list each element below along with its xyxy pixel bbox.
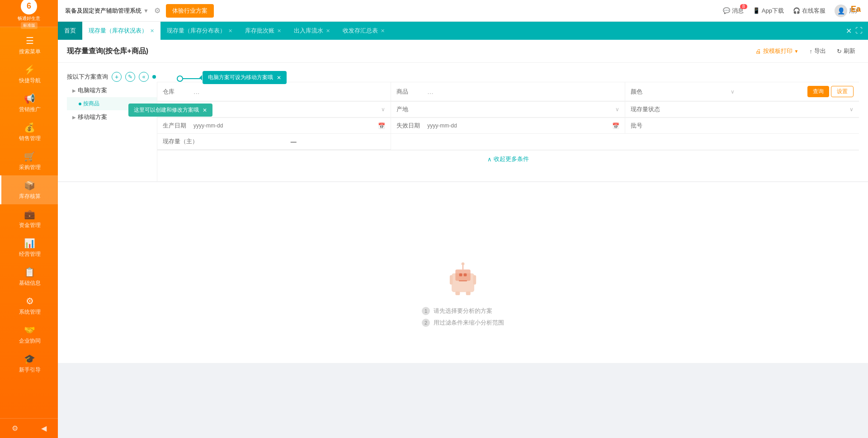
tab-stock-dist-close[interactable]: ✕ [228,28,232,34]
stock-main-range: — [202,138,385,145]
production-date-input[interactable] [193,122,374,129]
connector-dot [177,75,183,82]
add-scheme-btn[interactable]: + [112,72,122,82]
sidebar-item-label: 营销推广 [19,106,41,113]
page-header: 现存量查询(按仓库+商品) 🖨 按模板打印 ▼ ↑ 导出 ↻ 刷新 [58,40,868,63]
online-support-item[interactable]: 🎧 在线客服 [793,7,826,15]
reset-btn[interactable]: 设置 [831,86,854,97]
tab-in-out-flow-label: 出入库流水 [294,27,323,35]
goods-label: 商品 [396,88,424,96]
export-btn[interactable]: ↑ 导出 [806,45,830,57]
system-title: 装备及固定资产辅助管理系统 [65,7,142,15]
sidebar-item-marketing[interactable]: 📢 营销推广 [0,89,58,118]
scheme-dot [152,75,156,79]
stock-main-from-input[interactable] [202,138,289,145]
sidebar-item-label: 库存核算 [19,193,41,200]
phone-icon: 📱 [753,7,760,14]
warehouse-dots[interactable]: ... [193,88,199,96]
sidebar-settings-btn[interactable]: ⚙ [12,424,18,433]
sidebar-item-system[interactable]: ⚙ 系统管理 [0,291,58,320]
scheme-tooltip-text: 电脑方案可设为移动方案哦 [208,74,273,81]
tab-batch-ledger-close[interactable]: ✕ [277,28,281,34]
batch-input[interactable] [661,122,854,129]
svg-point-10 [462,263,465,266]
sidebar-item-sales[interactable]: 💰 销售管理 [0,118,58,146]
marketing-icon: 📢 [24,93,35,104]
notification-badge: 8 [740,4,747,9]
sidebar-item-base-info[interactable]: 📋 基础信息 [0,262,58,291]
collapse-label: 收起更多条件 [494,155,529,163]
industry-plan-btn[interactable]: 体验行业方案 [166,4,214,18]
filter-cell-stock-status: 现存量状态 ∨ [625,102,859,118]
tab-collect-summary-close[interactable]: ✕ [381,28,385,34]
settings-icon[interactable]: ⚙ [154,6,160,15]
color-dropdown-icon[interactable]: ∨ [731,89,735,95]
sidebar-item-operations[interactable]: 📊 经营管理 [0,233,58,262]
edit-tooltip-close[interactable]: ✕ [203,107,207,113]
ea-text: Ea [851,5,861,14]
tab-stock-dist[interactable]: 现存量（库存分布表） ✕ [160,22,239,40]
scheme-panel: ▶ 电脑端方案 按商品 ▶ 移动端方案 这里可以创建和修改方案哦 ✕ [67,82,157,181]
expiry-date-calendar-icon[interactable]: 📅 [612,122,619,129]
sidebar-collapse-btn[interactable]: ◀ [41,424,47,433]
sidebar-item-label: 经营管理 [19,250,41,258]
quick-nav-icon: ⚡ [24,64,35,75]
sidebar-item-label: 基础信息 [19,279,41,287]
origin-dropdown-icon[interactable]: ∨ [615,106,619,113]
scheme-tooltip: 电脑方案可设为移动方案哦 ✕ [203,71,287,84]
tab-in-out-flow[interactable]: 出入库流水 ✕ [288,22,336,40]
refresh-btn[interactable]: ↻ 刷新 [833,45,859,57]
guide-icon: 🎓 [24,353,35,364]
tabbar-actions: ✕ ⛶ [846,27,868,35]
tab-batch-ledger[interactable]: 库存批次账 ✕ [239,22,288,40]
sidebar-item-purchase[interactable]: 🛒 采购管理 [0,146,58,175]
edit-scheme-btn[interactable]: ✎ [125,72,135,82]
base-info-icon: 📋 [24,267,35,278]
tab-home[interactable]: 首页 [58,22,82,40]
batch-label: 批号 [631,122,658,130]
scheme-tooltip-close[interactable]: ✕ [277,75,281,81]
filter-cell-batch: 批号 [625,118,859,134]
sidebar-bottom: ⚙ ◀ [0,418,58,438]
search-btn[interactable]: 查询 [807,86,829,97]
size-dropdown-icon[interactable]: ∨ [381,106,385,113]
print-btn[interactable]: 🖨 按模板打印 ▼ [752,45,802,57]
tab-stock-status-close[interactable]: ✕ [150,28,154,34]
production-date-calendar-icon[interactable]: 📅 [378,122,385,129]
expand-arrow-mobile-icon: ▶ [72,115,76,120]
header: 装备及固定资产辅助管理系统 ▼ ⚙ 体验行业方案 💬 消息 8 📱 App下载 … [58,0,868,22]
filter-header-row: 按以下方案查询 + ✎ « 电脑方案可设为移动方案哦 ✕ [67,68,859,82]
tab-fullscreen-btn[interactable]: ⛶ [855,27,863,35]
inventory-icon: 📦 [24,180,35,191]
svg-rect-3 [464,273,467,277]
avatar: 👤 [835,5,847,17]
tab-close-all-btn[interactable]: ✕ [846,27,852,35]
system-title-dropdown[interactable]: 装备及固定资产辅助管理系统 ▼ [65,7,149,15]
sidebar-item-inventory[interactable]: 📦 库存核算 [0,175,58,204]
tab-stock-status[interactable]: 现存量（库存状况表） ✕ [82,22,160,40]
dropdown-arrow-icon: ▼ [143,8,149,14]
sidebar-item-label: 销售管理 [19,135,41,142]
svg-rect-6 [473,275,476,285]
tab-collect-summary[interactable]: 收发存汇总表 ✕ [336,22,391,40]
sidebar-item-enterprise[interactable]: 🤝 企业协同 [0,320,58,349]
tab-in-out-flow-close[interactable]: ✕ [326,28,330,34]
svg-rect-1 [455,269,470,281]
sidebar-item-quick-nav[interactable]: ⚡ 快捷导航 [0,60,58,89]
collapse-bar[interactable]: ∧ 收起更多条件 [157,150,859,168]
logo-icon: 6 [21,0,37,14]
notification-item[interactable]: 💬 消息 8 [723,7,744,15]
color-label: 颜色 [631,88,658,96]
sidebar-item-guide[interactable]: 🎓 新手引导 [0,349,58,378]
app-download-item[interactable]: 📱 App下载 [753,7,784,15]
stock-main-to-input[interactable] [298,138,386,145]
sidebar-item-search-menu[interactable]: ☰ 搜索菜单 [0,31,58,60]
logo[interactable]: 6 畅通好生意 标准版 [0,0,58,27]
sidebar-item-finance[interactable]: 💼 资金管理 [0,204,58,233]
stock-status-dropdown-icon[interactable]: ∨ [849,106,854,113]
stock-main-label: 现存量（主） [163,137,198,146]
expiry-date-input[interactable] [427,122,608,129]
back-scheme-btn[interactable]: « [139,72,149,82]
desktop-scheme-item[interactable]: ▶ 电脑端方案 [67,84,157,97]
goods-dots[interactable]: ... [427,88,433,96]
